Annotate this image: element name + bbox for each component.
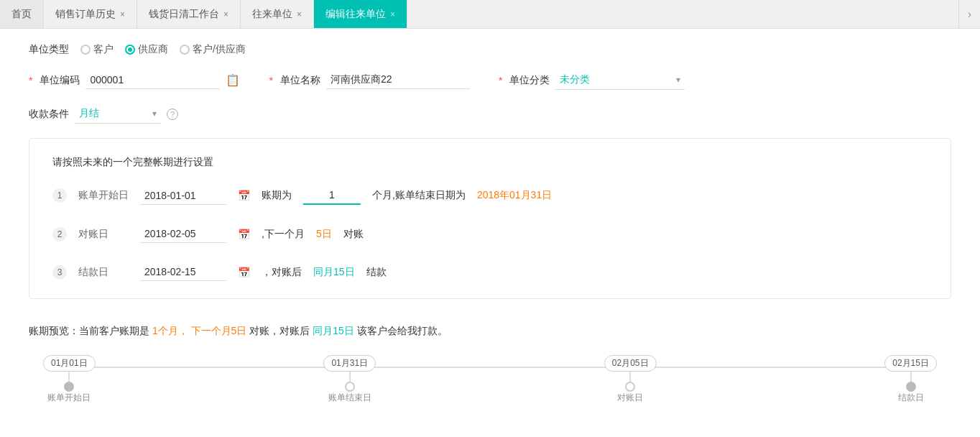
payment-terms-help-icon[interactable]: ? [167, 109, 178, 120]
payment-terms-select[interactable]: 月结 ▾ [75, 104, 161, 124]
timeline-point-0: 01月01日 账单开始日 [43, 355, 96, 404]
setting-num-2: 2 [52, 227, 67, 242]
settings-title: 请按照未来的一个完整帐期进行设置 [52, 156, 928, 169]
timeline-dot-2 [625, 382, 635, 392]
unit-category-arrow: ▾ [676, 75, 680, 85]
timeline-point-1: 01月31日 账单结束日 [323, 355, 376, 404]
timeline-point-3: 02月15日 结款日 [884, 355, 937, 404]
setting-row-1: 1 账单开始日 📅 账期为 个月,账单结束日期为 2018年01月31日 [52, 186, 928, 205]
radio-both-circle [180, 45, 190, 55]
calendar-icon-3[interactable]: 📅 [238, 267, 250, 278]
setting-suffix-post-2: 对账 [343, 228, 364, 241]
timeline-point-2: 02月05日 对账日 [604, 355, 657, 404]
timeline-badge-3: 02月15日 [884, 355, 937, 372]
timeline-points: 01月01日 账单开始日 01月31日 账单结束日 02月05日 对账日 [43, 355, 937, 404]
preview-section: 账期预览：当前客户账期是 1个月， 下一个月5日 对账，对账后 同月15日 该客… [29, 313, 951, 404]
unit-code-star: * [29, 75, 32, 86]
setting-num-3: 3 [52, 265, 67, 280]
tab-home[interactable]: 首页 [0, 0, 44, 28]
setting-row-2: 2 对账日 📅 ,下一个月 5日 对账 [52, 225, 928, 243]
tab-counterparty-close[interactable]: × [297, 9, 302, 19]
unit-code-label: 单位编码 [40, 74, 80, 87]
setting-date-1[interactable] [140, 187, 226, 205]
setting-date-2[interactable] [140, 225, 226, 243]
payment-terms-row: 收款条件 月结 ▾ ? [29, 104, 951, 124]
radio-supplier-circle [125, 45, 135, 55]
tab-sales-history[interactable]: 销售订单历史 × [44, 0, 137, 28]
timeline-badge-2: 02月05日 [604, 355, 657, 372]
unit-code-group: * 单位编码 📋 [29, 71, 240, 89]
preview-part2: 下一个月5日 [191, 325, 247, 336]
tab-sales-history-close[interactable]: × [120, 9, 125, 19]
preview-prefix: 账期预览：当前客户账期是 [29, 325, 149, 336]
setting-suffix-pre-2: ,下一个月 [262, 228, 305, 241]
settings-box: 请按照未来的一个完整帐期进行设置 1 账单开始日 📅 账期为 个月,账单结束日期… [29, 138, 951, 299]
radio-customer-circle [80, 45, 91, 55]
tab-cash-work-close[interactable]: × [223, 9, 228, 19]
timeline-label-0: 账单开始日 [47, 392, 91, 404]
unit-name-group: * 单位名称 [269, 71, 469, 89]
preview-part3: 同月15日 [313, 325, 354, 336]
tab-cash-work[interactable]: 钱货日清工作台 × [137, 0, 241, 28]
setting-suffix-post-1: 个月,账单结束日期为 [372, 189, 466, 202]
setting-suffix-pre-3: ，对账后 [262, 266, 302, 279]
radio-both[interactable]: 客户/供应商 [180, 43, 246, 56]
timeline: 01月01日 账单开始日 01月31日 账单结束日 02月05日 对账日 [29, 355, 951, 404]
calendar-icon-2[interactable]: 📅 [238, 229, 250, 240]
unit-category-select[interactable]: 未分类 ▾ [555, 70, 685, 90]
unit-type-radio-group: 客户 供应商 客户/供应商 [80, 43, 246, 56]
unit-type-label: 单位类型 [29, 43, 69, 56]
setting-row-3: 3 结款日 📅 ，对账后 同月15日 结款 [52, 263, 928, 281]
setting-highlight-3: 同月15日 [313, 266, 355, 279]
timeline-dot-3 [906, 382, 916, 392]
unit-info-row: * 单位编码 📋 * 单位名称 * 单位分类 未分类 ▾ [29, 70, 951, 90]
preview-part1: 1个月， [152, 325, 188, 336]
setting-highlight-2: 5日 [316, 228, 332, 241]
unit-name-star: * [269, 75, 272, 86]
setting-num-1: 1 [52, 188, 67, 203]
tab-edit-counterparty[interactable]: 编辑往来单位 × [314, 0, 407, 28]
preview-middle: 对账，对账后 [249, 325, 310, 336]
unit-name-label: 单位名称 [280, 74, 320, 87]
timeline-dot-1 [345, 382, 355, 392]
unit-type-row: 单位类型 客户 供应商 客户/供应商 [29, 43, 951, 56]
preview-suffix: 该客户会给我打款。 [357, 325, 448, 336]
timeline-label-2: 对账日 [617, 392, 643, 404]
tab-edit-counterparty-close[interactable]: × [390, 9, 395, 19]
timeline-badge-0: 01月01日 [43, 355, 96, 372]
period-input[interactable] [303, 186, 361, 205]
calendar-icon-1[interactable]: 📅 [238, 190, 250, 201]
payment-terms-label: 收款条件 [29, 108, 69, 121]
tab-bar: 首页 销售订单历史 × 钱货日清工作台 × 往来单位 × 编辑往来单位 × › [0, 0, 980, 29]
timeline-label-3: 结款日 [898, 392, 924, 404]
timeline-dot-0 [64, 382, 74, 392]
setting-end-date-1: 2018年01月31日 [477, 189, 552, 202]
setting-label-2: 对账日 [78, 228, 129, 241]
unit-category-star: * [499, 75, 502, 86]
unit-category-label: 单位分类 [509, 74, 550, 87]
radio-customer[interactable]: 客户 [80, 43, 114, 56]
unit-name-input[interactable] [326, 71, 470, 89]
setting-label-3: 结款日 [78, 266, 129, 279]
tab-counterparty[interactable]: 往来单位 × [241, 0, 314, 28]
setting-suffix-pre-1: 账期为 [262, 189, 292, 202]
timeline-badge-1: 01月31日 [323, 355, 376, 372]
payment-terms-arrow: ▾ [152, 109, 157, 119]
setting-date-3[interactable] [140, 263, 226, 281]
unit-category-group: * 单位分类 未分类 ▾ [499, 70, 685, 90]
setting-label-1: 账单开始日 [78, 189, 129, 202]
unit-code-input[interactable] [85, 71, 220, 89]
payment-terms-value: 月结 [79, 107, 149, 120]
tab-more-arrow[interactable]: › [958, 0, 980, 28]
unit-category-value: 未分类 [560, 73, 673, 86]
unit-code-copy-icon[interactable]: 📋 [226, 73, 240, 87]
setting-suffix-post-3: 结款 [366, 266, 387, 279]
radio-supplier[interactable]: 供应商 [125, 43, 168, 56]
preview-text: 账期预览：当前客户账期是 1个月， 下一个月5日 对账，对账后 同月15日 该客… [29, 325, 951, 338]
main-content: 单位类型 客户 供应商 客户/供应商 * 单位编码 📋 * 单位名称 [0, 29, 980, 437]
timeline-label-1: 账单结束日 [328, 392, 371, 404]
